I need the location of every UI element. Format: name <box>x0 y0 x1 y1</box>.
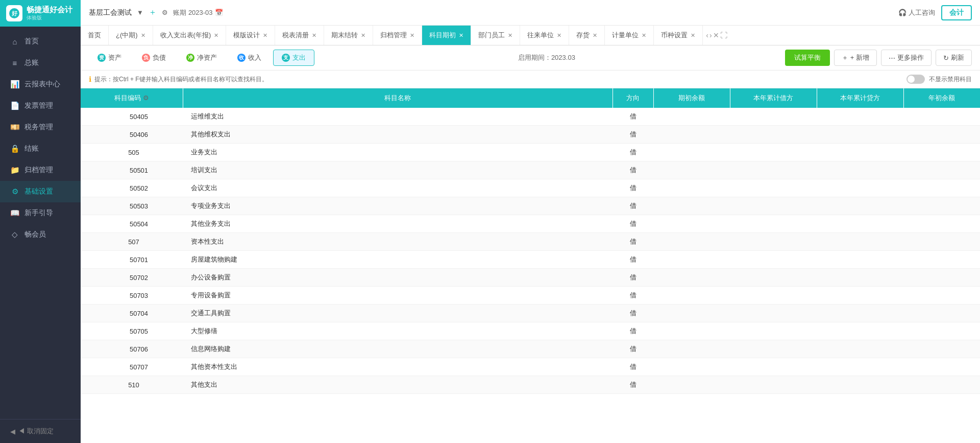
tab-close-icon[interactable]: ✕ <box>508 32 512 39</box>
cell-code: 50702 <box>81 269 183 287</box>
tab-prev-icon[interactable]: ‹ <box>706 31 708 39</box>
sub-tab-asset[interactable]: 资 资产 <box>89 50 130 66</box>
cell-debit-ytd <box>730 251 817 269</box>
table-row[interactable]: 510 其他支出 借 <box>81 376 980 394</box>
tab-interim[interactable]: ¿(中期) ✕ <box>109 26 153 45</box>
sidebar-item-invoice[interactable]: 📄 发票管理 <box>0 95 81 116</box>
period-label: 账期 <box>173 8 186 17</box>
sidebar-item-ledger[interactable]: ≡ 总账 <box>0 52 81 74</box>
table-row[interactable]: 50706 信息网络购建 借 <box>81 340 980 358</box>
table-row[interactable]: 50703 专用设备购置 借 <box>81 287 980 305</box>
table-row[interactable]: 50504 其他业务支出 借 <box>81 215 980 233</box>
add-button[interactable]: ＋ + 新增 <box>834 50 877 66</box>
table-row[interactable]: 50701 房屋建筑物购建 借 <box>81 251 980 269</box>
table-header-row: 科目编码 ⚙ 科目名称 方向 期初余额 本年累计借方 本年累计贷方 年初余额 <box>81 88 980 108</box>
workspace-settings-icon[interactable]: ⚙ <box>162 9 168 16</box>
cell-direction: 借 <box>612 233 653 251</box>
table-row[interactable]: 50704 交通工具购置 借 <box>81 305 980 322</box>
tab-clients[interactable]: 往来单位 ✕ <box>520 26 569 45</box>
tab-home[interactable]: 首页 <box>81 26 109 45</box>
calendar-icon[interactable]: 📅 <box>215 9 223 16</box>
balance-button[interactable]: 试算平衡 <box>785 50 830 66</box>
cell-direction: 借 <box>612 179 653 197</box>
tab-close-icon[interactable]: ✕ <box>214 32 218 39</box>
sub-tab-expense[interactable]: 支 支出 <box>273 50 314 66</box>
sidebar-item-member[interactable]: ◇ 畅会员 <box>0 224 81 245</box>
table-row[interactable]: 50705 大型修缮 借 <box>81 322 980 340</box>
kuaiji-button[interactable]: 会计 <box>941 5 972 20</box>
column-settings-icon[interactable]: ⚙ <box>143 94 149 102</box>
cell-direction: 借 <box>612 305 653 322</box>
cell-name: 大型修缮 <box>183 322 612 340</box>
tab-close-icon[interactable]: ✕ <box>263 32 267 39</box>
tab-close-icon[interactable]: ✕ <box>691 32 695 39</box>
table-row[interactable]: 50406 其他维权支出 借 <box>81 126 980 144</box>
table-row[interactable]: 50503 专项业务支出 借 <box>81 197 980 215</box>
tab-close-all-icon[interactable]: ✕ <box>713 31 719 39</box>
more-label: 更多操作 <box>897 53 924 62</box>
tab-income-statement[interactable]: 收入支出表(年报) ✕ <box>153 26 227 45</box>
table-row[interactable]: 50502 会议支出 借 <box>81 179 980 197</box>
tab-close-icon[interactable]: ✕ <box>410 32 414 39</box>
tab-close-icon[interactable]: ✕ <box>642 32 646 39</box>
col-debit-ytd: 本年累计借方 <box>730 88 817 108</box>
sidebar-item-tax[interactable]: 💴 税务管理 <box>0 116 81 138</box>
disable-toggle[interactable] <box>906 75 925 84</box>
sidebar-item-home[interactable]: ⌂ 首页 <box>0 31 81 52</box>
tab-label: 模版设计 <box>233 31 260 40</box>
tab-archive-mgmt[interactable]: 归档管理 ✕ <box>373 26 422 45</box>
workspace-dropdown-icon[interactable]: ▼ <box>137 9 143 16</box>
workspace-add-button[interactable]: ＋ <box>149 7 157 18</box>
cell-balance <box>653 179 730 197</box>
notice-text: 提示：按Ctrl + F键并输入科目编码或者科目名称可以查找科目。 <box>94 75 268 84</box>
sidebar-item-closing[interactable]: 🔒 结账 <box>0 138 81 159</box>
help-button[interactable]: 🎧 人工咨询 <box>898 8 935 17</box>
sidebar-collapse-button[interactable]: ◀ ◀ 取消固定 <box>0 419 81 443</box>
tab-close-icon[interactable]: ✕ <box>141 32 145 39</box>
tab-expand-icon[interactable]: ⛶ <box>720 31 727 39</box>
cell-balance <box>653 269 730 287</box>
logo-icon: 好 <box>6 5 22 21</box>
cell-credit-ytd <box>817 108 903 126</box>
tab-dept-staff[interactable]: 部门员工 ✕ <box>471 26 520 45</box>
sidebar-item-settings[interactable]: ⚙ 基础设置 <box>0 181 81 202</box>
sub-tab-net-asset[interactable]: 净 净资产 <box>178 50 226 66</box>
subject-table: 科目编码 ⚙ 科目名称 方向 期初余额 本年累计借方 本年累计贷方 年初余额 5… <box>81 88 980 394</box>
tab-close-icon[interactable]: ✕ <box>361 32 365 39</box>
table-row[interactable]: 50702 办公设备购置 借 <box>81 269 980 287</box>
tab-next-icon[interactable]: › <box>709 31 712 39</box>
table-row[interactable]: 507 资本性支出 借 <box>81 233 980 251</box>
sidebar-item-reports[interactable]: 📊 云报表中心 <box>0 74 81 95</box>
sidebar-footer-label: ◀ 取消固定 <box>18 427 54 436</box>
table-row[interactable]: 50405 运维维支出 借 <box>81 108 980 126</box>
sub-tab-liability[interactable]: 负 负债 <box>133 50 175 66</box>
tab-unit[interactable]: 计量单位 ✕ <box>605 26 654 45</box>
sidebar-item-label: 基础设置 <box>24 187 53 196</box>
cell-credit-ytd <box>817 305 903 322</box>
notice-bar: ℹ 提示：按Ctrl + F键并输入科目编码或者科目名称可以查找科目。 不显示禁… <box>81 71 980 88</box>
tab-close-icon[interactable]: ✕ <box>459 32 463 39</box>
tab-inventory[interactable]: 存货 ✕ <box>569 26 605 45</box>
tab-currency[interactable]: 币种设置 ✕ <box>654 26 703 45</box>
cell-direction: 借 <box>612 144 653 161</box>
more-button[interactable]: ⋯ 更多操作 <box>881 50 932 66</box>
cell-balance <box>653 251 730 269</box>
sidebar-item-label: 税务管理 <box>24 123 53 132</box>
sidebar-item-guide[interactable]: 📖 新手引导 <box>0 202 81 224</box>
refresh-button[interactable]: ↻ 刷新 <box>936 50 972 66</box>
tab-subject-init[interactable]: 科目期初 ✕ <box>422 26 471 45</box>
sub-tab-income[interactable]: 收 收入 <box>229 50 270 66</box>
tab-close-icon[interactable]: ✕ <box>312 32 316 39</box>
table-row[interactable]: 505 业务支出 借 <box>81 144 980 161</box>
add-label: + 新增 <box>850 53 869 62</box>
tab-template[interactable]: 模版设计 ✕ <box>226 26 275 45</box>
tab-period-end[interactable]: 期末结转 ✕ <box>324 26 373 45</box>
table-row[interactable]: 50501 培训支出 借 <box>81 161 980 179</box>
tab-close-icon[interactable]: ✕ <box>557 32 561 39</box>
tab-close-icon[interactable]: ✕ <box>593 32 597 39</box>
sidebar-item-archive[interactable]: 📁 归档管理 <box>0 159 81 181</box>
col-balance: 期初余额 <box>653 88 730 108</box>
table-row[interactable]: 50707 其他资本性支出 借 <box>81 358 980 376</box>
tab-label: 收入支出表(年报) <box>160 31 211 40</box>
tab-tax-clear[interactable]: 税表清册 ✕ <box>275 26 324 45</box>
